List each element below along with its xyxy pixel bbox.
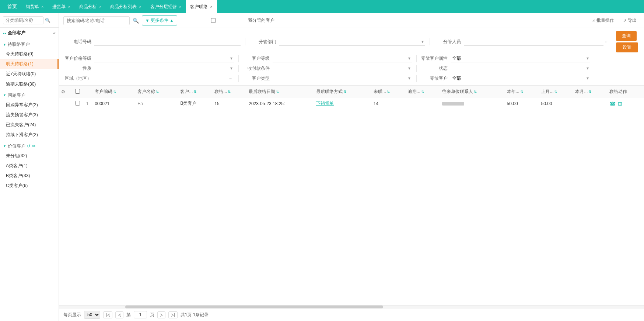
main-layout: 🔍 ▪▪ 全部客户 « ▼ 待联络客户 今天待联络(0) 明天待联络(1) 近7… — [0, 13, 644, 321]
action-grid-icon[interactable]: ⊞ — [618, 101, 622, 107]
per-page-select[interactable]: 50 — [84, 311, 100, 319]
sidebar-search-icon[interactable]: 🔍 — [45, 18, 50, 23]
nature-select[interactable] — [94, 65, 234, 72]
sidebar-item-today[interactable]: 今天待联络(0) — [0, 49, 59, 59]
nav-product-list-close[interactable]: × — [139, 4, 141, 9]
th-last-month[interactable]: 上月...⇅ — [539, 86, 573, 98]
th-num — [82, 86, 92, 98]
sort-contactperson-icon: ⇅ — [474, 90, 477, 94]
th-gear[interactable]: ⚙ — [59, 86, 73, 98]
retail-attr-label: 零散客户属性 — [421, 55, 451, 62]
region-ellipsis[interactable]: ··· — [227, 76, 234, 81]
th-overdue[interactable]: 逾期...⇅ — [406, 86, 440, 98]
nav-customer-contact-close[interactable]: × — [210, 4, 212, 9]
page-first-button[interactable]: |◁ — [103, 311, 112, 318]
sidebar-item-7days[interactable]: 近7天待联络(0) — [0, 69, 59, 79]
region-input[interactable] — [94, 75, 227, 82]
action-phone-icon[interactable]: ☎ — [609, 101, 616, 107]
my-customer-checkbox[interactable] — [180, 18, 246, 23]
th-uncontact[interactable]: 未联...⇅ — [371, 86, 406, 98]
sort-contact-icon: ⇅ — [228, 90, 231, 94]
query-button[interactable]: 查询 — [616, 31, 637, 41]
nav-purchase-close[interactable]: × — [68, 4, 70, 9]
status-select-wrap: ▾ — [451, 65, 590, 72]
th-name[interactable]: 客户名称⇅ — [135, 86, 178, 98]
th-contact[interactable]: 联络...⇅ — [212, 86, 246, 98]
retail-customer-select[interactable]: 全部 — [451, 75, 590, 82]
nav-product-list[interactable]: 商品分析列表 × — [106, 0, 146, 13]
sidebar-item-class-b[interactable]: B类客户(33) — [0, 171, 59, 181]
th-this-year[interactable]: 本年...⇅ — [505, 86, 539, 98]
th-type[interactable]: 客户...⇅ — [178, 86, 212, 98]
horizontal-scrollbar[interactable] — [59, 305, 644, 308]
customer-level-select[interactable] — [273, 55, 412, 62]
filter-icon: ▼ — [145, 18, 150, 23]
th-contact-person[interactable]: 往来单位联系人⇅ — [440, 86, 505, 98]
chevron-up-icon: ▲ — [169, 18, 174, 23]
sidebar-search-area: 🔍 — [0, 13, 59, 28]
all-customers-header[interactable]: ▪▪ 全部客户 « — [0, 28, 59, 38]
search-input[interactable] — [63, 16, 130, 25]
person-input[interactable] — [464, 38, 603, 46]
sidebar-search-input[interactable] — [3, 16, 43, 24]
nav-sales-close[interactable]: × — [41, 4, 43, 9]
page-prev-button[interactable]: ◁ — [115, 311, 123, 318]
th-last-date[interactable]: 最后联络日期⇅ — [246, 86, 314, 98]
dept-select[interactable] — [279, 38, 426, 45]
td-num: 1 — [82, 98, 92, 109]
batch-op-button[interactable]: ☑ 批量操作 — [588, 16, 617, 25]
sidebar-item-declining[interactable]: 持续下滑客户(2) — [0, 130, 59, 140]
th-last-method[interactable]: 最后联络方式⇅ — [314, 86, 371, 98]
region-field: 区域（地区） ··· — [65, 75, 234, 82]
nav-home[interactable]: 首页 — [3, 0, 21, 13]
page-input[interactable] — [134, 311, 147, 318]
sidebar-item-overdue[interactable]: 逾期未联络(30) — [0, 79, 59, 89]
page-next-button[interactable]: ▷ — [157, 311, 165, 318]
row-checkbox[interactable] — [75, 101, 80, 106]
payment-select[interactable] — [273, 65, 412, 72]
value-level-select[interactable] — [94, 55, 234, 62]
sidebar-item-lost[interactable]: 已流失客户(24) — [0, 120, 59, 130]
retail-customer-field: 零散客户 全部 ▾ — [421, 75, 590, 82]
set-button[interactable]: 设置 — [616, 42, 638, 52]
sidebar-item-class-c[interactable]: C类客户(6) — [0, 181, 59, 191]
advanced-filter: 电话号码 分管部门 ▾ 分管人员 ··· — [59, 28, 644, 86]
sort-type-icon: ⇅ — [193, 90, 196, 94]
td-this-year: 50.00 — [505, 98, 539, 109]
group-pending-label[interactable]: ▼ 待联络客户 — [0, 40, 59, 49]
th-code[interactable]: 客户编码⇅ — [92, 86, 135, 98]
th-this-month[interactable]: 本月...⇅ — [573, 86, 607, 98]
search-button[interactable]: 🔍 — [133, 18, 139, 24]
nav-sales[interactable]: 销货单 × — [21, 0, 48, 13]
nav-product-analysis-close[interactable]: × — [99, 4, 101, 9]
nav-purchase[interactable]: 进货单 × — [48, 0, 74, 13]
select-all-checkbox[interactable] — [75, 89, 80, 94]
group-value-label[interactable]: ▼ 价值客户 ↺ ✏ — [0, 142, 59, 151]
more-filter-button[interactable]: ▼ 更多条件 ▲ — [142, 15, 177, 25]
customer-level-label: 客户等级 — [243, 55, 273, 62]
retail-attr-select[interactable]: 全部 — [451, 55, 590, 62]
value-level-label: 客户价格等级 — [65, 55, 94, 62]
person-ellipsis[interactable]: ··· — [603, 39, 610, 44]
group-problem-label[interactable]: ▼ 问题客户 — [0, 91, 59, 100]
page-last-button[interactable]: ▷| — [168, 311, 178, 318]
last-method-link[interactable]: 下销货单 — [316, 101, 334, 106]
sidebar-item-lostwarning[interactable]: 流失预警客户(3) — [0, 110, 59, 120]
nav-customer-tier-close[interactable]: × — [179, 4, 181, 9]
customer-type-select[interactable] — [273, 75, 412, 82]
scrollbar-thumb[interactable] — [125, 306, 383, 308]
sidebar-item-tomorrow[interactable]: 明天待联络(1) — [0, 59, 59, 69]
phone-input[interactable] — [94, 38, 241, 46]
nature-select-wrap: ▾ — [94, 65, 234, 72]
nav-customer-tier[interactable]: 客户分层经营 × — [146, 0, 186, 13]
customer-type-label: 客户类型 — [243, 75, 273, 82]
export-button[interactable]: ↗ 导出 — [620, 16, 640, 25]
person-label: 分管人员 — [434, 39, 464, 45]
nav-product-analysis[interactable]: 商品分析 × — [75, 0, 106, 13]
my-customer-checkbox-area[interactable]: 我分管的客户 — [180, 17, 274, 24]
nav-customer-contact[interactable]: 客户联络 × — [186, 0, 217, 13]
sidebar-item-repurchase[interactable]: 回购异常客户(2) — [0, 100, 59, 110]
status-select[interactable] — [451, 65, 590, 72]
sidebar-item-ungrouped[interactable]: 未分组(32) — [0, 151, 59, 161]
sidebar-item-class-a[interactable]: A类客户(1) — [0, 161, 59, 171]
